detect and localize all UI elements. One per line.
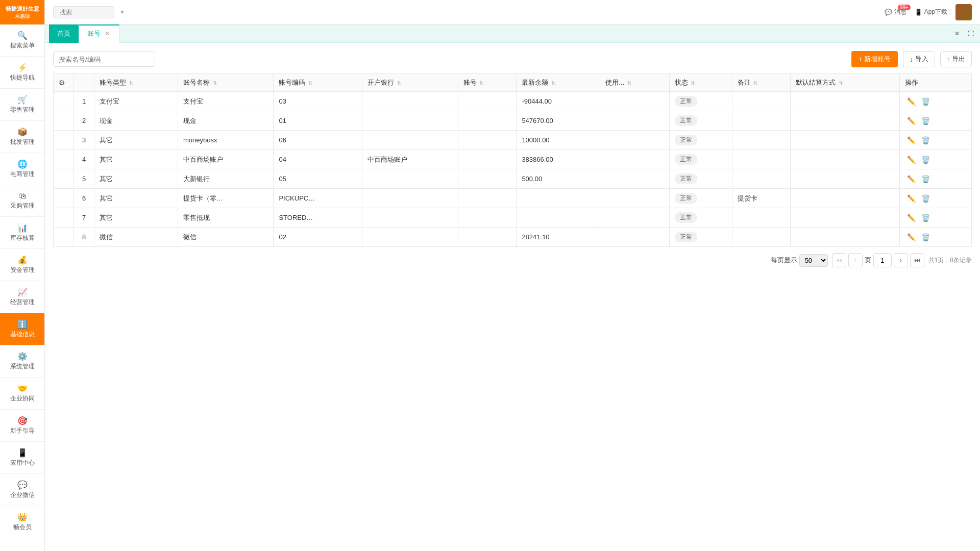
- app-download-button[interactable]: 📱 App下载: [915, 8, 947, 16]
- edit-btn-1[interactable]: ✏️: [905, 96, 918, 107]
- accounts-table: ⚙ 账号类型 ⇅ 账号名称 ⇅ 账号编码 ⇅ 开户银行 ⇅ 账号 ⇅ 最新余额 …: [53, 73, 972, 247]
- sidebar-item-operation-mgmt[interactable]: 📈经营管理: [0, 281, 44, 313]
- tab-home[interactable]: 首页: [49, 24, 79, 43]
- sidebar-item-quick-nav[interactable]: ⚡快捷导航: [0, 57, 44, 89]
- user-avatar[interactable]: [955, 4, 972, 20]
- prev-page-btn[interactable]: ‹: [848, 253, 863, 267]
- row-name-6: 提货卡（零…: [178, 189, 273, 208]
- row-code-8: 02: [274, 228, 362, 247]
- delete-btn-1[interactable]: 🗑️: [919, 96, 932, 107]
- col-type[interactable]: 账号类型 ⇅: [94, 74, 178, 92]
- row-bank-2: [362, 111, 458, 131]
- row-bank-8: [362, 228, 458, 247]
- sidebar-item-basic-info[interactable]: ℹ️基础信息: [0, 313, 44, 345]
- col-name[interactable]: 账号名称 ⇅: [178, 74, 273, 92]
- edit-btn-4[interactable]: ✏️: [905, 155, 918, 165]
- message-button[interactable]: 💬 消息 99+: [885, 8, 906, 16]
- page-label-text: 页: [865, 256, 871, 265]
- sidebar-item-system-mgmt[interactable]: ⚙️系统管理: [0, 345, 44, 378]
- row-account-no-1: [458, 92, 517, 111]
- export-button[interactable]: ↑ 导出: [940, 51, 972, 67]
- col-bank[interactable]: 开户银行 ⇅: [362, 74, 458, 92]
- row-status-6: 正常: [669, 189, 732, 208]
- sidebar-item-wholesale-mgmt[interactable]: 📦批发管理: [0, 121, 44, 153]
- delete-btn-7[interactable]: 🗑️: [919, 213, 932, 223]
- edit-btn-7[interactable]: ✏️: [905, 213, 918, 223]
- sidebar-icon-ecommerce: 🌐: [17, 159, 28, 169]
- sidebar-item-app-center[interactable]: 📱应用中心: [0, 442, 44, 474]
- col-settings[interactable]: ⚙: [54, 74, 74, 92]
- search-input[interactable]: [54, 53, 150, 66]
- row-account-no-8: [458, 228, 517, 247]
- col-action: 操作: [899, 74, 971, 92]
- col-status[interactable]: 状态 ⇅: [669, 74, 732, 92]
- logo-bottom-text: 乐惠版: [15, 13, 30, 20]
- row-usage-8: [600, 228, 669, 247]
- row-balance-6: [517, 189, 600, 208]
- row-remark-7: [732, 208, 791, 228]
- sidebar-item-membership[interactable]: 👑畅会员: [0, 506, 44, 538]
- col-remark[interactable]: 备注 ⇅: [732, 74, 791, 92]
- tab-close-account[interactable]: ✕: [104, 30, 111, 37]
- tab-account[interactable]: 账号✕: [79, 24, 119, 43]
- tab-close-btn[interactable]: ✕: [952, 29, 962, 38]
- row-code-3: 06: [274, 131, 362, 150]
- edit-btn-8[interactable]: ✏️: [905, 232, 918, 242]
- edit-btn-3[interactable]: ✏️: [905, 135, 918, 145]
- delete-btn-3[interactable]: 🗑️: [919, 135, 932, 145]
- first-page-btn[interactable]: ⏮: [832, 253, 846, 267]
- sidebar-icon-purchase-mgmt: 🛍: [18, 191, 27, 201]
- sidebar-item-search-menu[interactable]: 🔍搜索菜单: [0, 24, 44, 57]
- row-type-5: 其它: [94, 169, 178, 189]
- add-account-button[interactable]: + 新增账号: [851, 51, 898, 67]
- tab-expand-btn[interactable]: ⛶: [966, 29, 976, 38]
- row-default-settlement-7: [791, 208, 899, 228]
- sidebar-icon-retail-mgmt: 🛒: [17, 95, 28, 105]
- row-idx-3: 3: [74, 131, 94, 150]
- sidebar-icon-system-mgmt: ⚙️: [17, 352, 28, 361]
- top-search-input[interactable]: [53, 6, 114, 18]
- col-usage[interactable]: 使用... ⇅: [600, 74, 669, 92]
- row-account-no-3: [458, 131, 517, 150]
- sidebar-item-ecommerce[interactable]: 🌐电商管理: [0, 153, 44, 185]
- import-button[interactable]: ↓ 导入: [903, 51, 935, 67]
- edit-btn-6[interactable]: ✏️: [905, 193, 918, 204]
- col-account-no[interactable]: 账号 ⇅: [458, 74, 517, 92]
- sidebar-item-purchase-mgmt[interactable]: 🛍采购管理: [0, 185, 44, 217]
- col-balance[interactable]: 最新余额 ⇅: [517, 74, 600, 92]
- edit-btn-2[interactable]: ✏️: [905, 116, 918, 126]
- col-code[interactable]: 账号编码 ⇅: [274, 74, 362, 92]
- next-page-btn[interactable]: ›: [894, 253, 908, 267]
- sidebar-item-guide[interactable]: 🎯新手引导: [0, 410, 44, 442]
- delete-btn-5[interactable]: 🗑️: [919, 174, 932, 184]
- row-bank-3: [362, 131, 458, 150]
- delete-btn-6[interactable]: 🗑️: [919, 193, 932, 204]
- row-code-5: 05: [274, 169, 362, 189]
- row-settings-5: [54, 169, 74, 189]
- sidebar-item-enterprise-wechat[interactable]: 💬企业微信: [0, 474, 44, 506]
- sidebar-item-retail-mgmt[interactable]: 🛒零售管理: [0, 89, 44, 121]
- sidebar: 畅捷通好生意 乐惠版 🔍搜索菜单⚡快捷导航🛒零售管理📦批发管理🌐电商管理🛍采购管…: [0, 0, 45, 551]
- table-row: 7 其它 零售抵现 STORED… 正常 ✏️ 🗑️: [54, 208, 972, 228]
- sidebar-icon-app-center: 📱: [17, 448, 28, 458]
- page-size-select[interactable]: 102050100: [799, 254, 828, 267]
- row-name-1: 支付宝: [178, 92, 273, 111]
- col-default-settlement[interactable]: 默认结算方式 ⇅: [791, 74, 899, 92]
- delete-btn-2[interactable]: 🗑️: [919, 116, 932, 126]
- last-page-btn[interactable]: ⏭: [910, 253, 924, 267]
- row-action-1: ✏️ 🗑️: [899, 92, 971, 111]
- row-idx-6: 6: [74, 189, 94, 208]
- toolbar-right: + 新增账号 ↓ 导入 ↑ 导出: [851, 51, 972, 67]
- sidebar-item-capital-mgmt[interactable]: 💰资金管理: [0, 249, 44, 281]
- top-search-chevron[interactable]: ▾: [120, 8, 124, 16]
- delete-btn-8[interactable]: 🗑️: [919, 232, 932, 242]
- sidebar-label-system-mgmt: 系统管理: [10, 362, 35, 371]
- row-action-3: ✏️ 🗑️: [899, 131, 971, 150]
- page-input[interactable]: [873, 253, 892, 267]
- edit-btn-5[interactable]: ✏️: [905, 174, 918, 184]
- delete-btn-4[interactable]: 🗑️: [919, 155, 932, 165]
- search-button[interactable]: 🔍: [150, 52, 155, 66]
- logo-top-text: 畅捷通好生意: [6, 5, 39, 13]
- sidebar-item-inventory[interactable]: 📊库存核算: [0, 217, 44, 249]
- sidebar-item-enterprise-agreement[interactable]: 🤝企业协同: [0, 378, 44, 410]
